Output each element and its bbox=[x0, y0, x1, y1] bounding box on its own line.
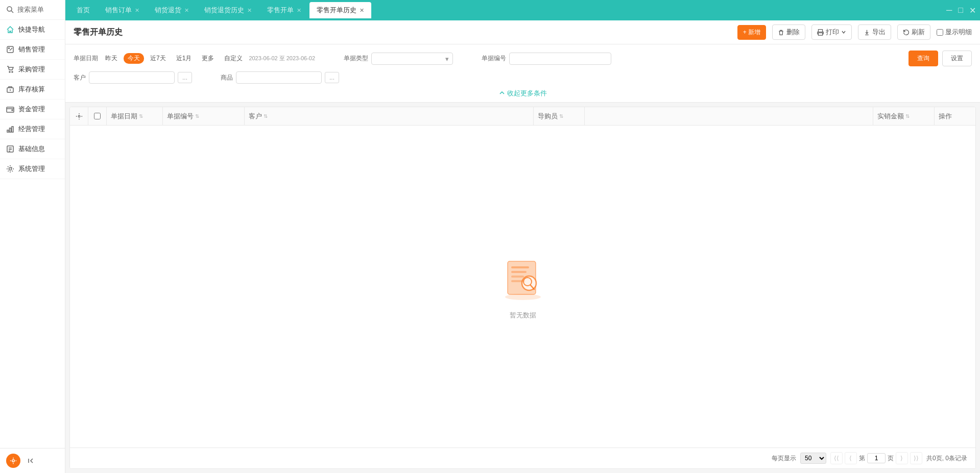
delete-button[interactable]: 删除 bbox=[772, 24, 805, 40]
print-button[interactable]: 打印 bbox=[811, 24, 852, 40]
tab-retail-open-close[interactable]: ✕ bbox=[297, 7, 301, 14]
client-input[interactable] bbox=[89, 71, 175, 84]
tab-sales-return-history[interactable]: 销货退货历史 ✕ bbox=[197, 2, 259, 18]
product-ellipsis-button[interactable]: ... bbox=[325, 72, 339, 83]
maximize-button[interactable]: □ bbox=[958, 6, 963, 15]
number-input[interactable] bbox=[509, 53, 611, 65]
select-all-checkbox[interactable] bbox=[94, 113, 101, 119]
display-detail-checkbox[interactable] bbox=[937, 29, 943, 36]
shopping-icon bbox=[6, 65, 14, 73]
prev-page-button[interactable]: ⟨ bbox=[845, 452, 857, 464]
window-controls: ─ □ ✕ bbox=[946, 6, 976, 15]
th-checkbox[interactable] bbox=[88, 107, 107, 125]
collapse-filter-button[interactable]: 收起更多条件 bbox=[74, 89, 972, 98]
sidebar-item-sales-mgmt[interactable]: 销售管理 bbox=[0, 40, 65, 60]
tab-retail-open[interactable]: 零售开单 ✕ bbox=[260, 2, 308, 18]
filter-panel: 单据日期 昨天 今天 近7天 近1月 更多 自定义 2023-06-02 至 2… bbox=[65, 44, 980, 103]
date-sort-icon: ⇅ bbox=[139, 113, 143, 119]
product-filter: 商品 ... bbox=[221, 71, 339, 84]
th-guide[interactable]: 导购员 ⇅ bbox=[534, 107, 585, 125]
sidebar-item-inventory[interactable]: 库存核算 bbox=[0, 80, 65, 99]
sidebar-collapse-button[interactable] bbox=[25, 454, 39, 468]
per-page-select[interactable]: 50 20 100 bbox=[800, 453, 826, 464]
svg-point-0 bbox=[7, 7, 12, 11]
tab-retail-open-label: 零售开单 bbox=[267, 6, 294, 15]
date-last7days[interactable]: 近7天 bbox=[146, 53, 170, 64]
tab-sales-order[interactable]: 销售订单 ✕ bbox=[98, 2, 147, 18]
tab-sales-return[interactable]: 销货退货 ✕ bbox=[148, 2, 196, 18]
empty-state: 暂无数据 bbox=[70, 126, 975, 447]
svg-line-4 bbox=[10, 48, 12, 51]
tab-retail-open-history[interactable]: 零售开单历史 ✕ bbox=[309, 2, 371, 18]
th-number[interactable]: 单据编号 ⇅ bbox=[163, 107, 245, 125]
sidebar-item-purchase-mgmt[interactable]: 采购管理 bbox=[0, 60, 65, 80]
export-button[interactable]: 导出 bbox=[858, 24, 891, 40]
date-last1month[interactable]: 近1月 bbox=[172, 53, 196, 64]
table-header: 单据日期 ⇅ 单据编号 ⇅ 客户 ⇅ 导购员 ⇅ 实销金额 bbox=[70, 107, 975, 126]
type-select[interactable] bbox=[371, 53, 453, 65]
empty-icon bbox=[497, 254, 548, 305]
query-button[interactable]: 查询 bbox=[909, 51, 938, 66]
sidebar-item-basic-info[interactable]: 基础信息 bbox=[0, 139, 65, 159]
date-yesterday[interactable]: 昨天 bbox=[101, 53, 122, 64]
sidebar-label-basic-info: 基础信息 bbox=[18, 144, 45, 154]
th-date[interactable]: 单据日期 ⇅ bbox=[107, 107, 163, 125]
svg-point-6 bbox=[12, 71, 13, 72]
print-icon bbox=[817, 29, 824, 36]
svg-rect-13 bbox=[12, 127, 13, 132]
type-filter: 单据类型 bbox=[344, 53, 453, 65]
date-custom[interactable]: 自定义 bbox=[220, 53, 247, 64]
client-ellipsis-button[interactable]: ... bbox=[178, 72, 192, 83]
client-sort-icon: ⇅ bbox=[264, 113, 268, 119]
page-nav: ⟨⟨ ⟨ 第 页 ⟩ ⟩⟩ bbox=[830, 452, 922, 464]
box-icon bbox=[6, 85, 14, 93]
number-sort-icon: ⇅ bbox=[195, 113, 199, 119]
print-dropdown-icon bbox=[841, 30, 846, 35]
date-more[interactable]: 更多 bbox=[198, 53, 218, 64]
client-label: 客户 bbox=[74, 73, 86, 82]
number-filter: 单据编号 bbox=[482, 53, 611, 65]
sidebar-label-purchase-mgmt: 采购管理 bbox=[18, 65, 45, 74]
svg-point-19 bbox=[12, 460, 14, 462]
wallet-icon bbox=[6, 105, 14, 113]
page-label-post: 页 bbox=[888, 454, 894, 463]
page-number-input[interactable] bbox=[867, 453, 886, 463]
sidebar-item-quick-nav[interactable]: 快捷导航 bbox=[0, 20, 65, 40]
minimize-button[interactable]: ─ bbox=[946, 6, 952, 15]
sidebar-item-sys-mgmt[interactable]: 系统管理 bbox=[0, 159, 65, 179]
type-select-wrap bbox=[371, 53, 453, 65]
th-spacer bbox=[585, 107, 874, 125]
last-page-button[interactable]: ⟩⟩ bbox=[910, 452, 922, 464]
close-button[interactable]: ✕ bbox=[969, 6, 976, 15]
first-page-button[interactable]: ⟨⟨ bbox=[830, 452, 843, 464]
refresh-icon bbox=[903, 29, 910, 36]
tab-sales-order-close[interactable]: ✕ bbox=[135, 7, 139, 14]
sidebar-label-sys-mgmt: 系统管理 bbox=[18, 164, 45, 173]
sidebar-label-quick-nav: 快捷导航 bbox=[18, 25, 45, 34]
th-settings[interactable] bbox=[70, 107, 88, 125]
tab-sales-return-close[interactable]: ✕ bbox=[184, 7, 189, 14]
th-client[interactable]: 客户 ⇅ bbox=[245, 107, 534, 125]
search-menu-button[interactable]: 搜索菜单 bbox=[0, 0, 65, 20]
product-input[interactable] bbox=[236, 71, 322, 84]
add-button[interactable]: + 新增 bbox=[737, 25, 766, 40]
pagination: 每页显示 50 20 100 ⟨⟨ ⟨ 第 页 ⟩ ⟩⟩ 共0页, 0条记录 bbox=[70, 447, 975, 468]
date-today[interactable]: 今天 bbox=[124, 53, 144, 64]
tab-home-label: 首页 bbox=[77, 6, 90, 15]
refresh-button[interactable]: 刷新 bbox=[897, 24, 930, 40]
date-label: 单据日期 bbox=[74, 54, 98, 63]
tab-home[interactable]: 首页 bbox=[69, 2, 97, 18]
filter-settings-button[interactable]: 设置 bbox=[942, 51, 972, 66]
gear-button[interactable] bbox=[6, 454, 20, 468]
next-page-button[interactable]: ⟩ bbox=[896, 452, 908, 464]
search-icon bbox=[6, 6, 14, 14]
sidebar-item-operations[interactable]: 经营管理 bbox=[0, 119, 65, 139]
th-operation: 操作 bbox=[935, 107, 975, 125]
th-amount[interactable]: 实销金额 ⇅ bbox=[873, 107, 935, 125]
sidebar-item-finance[interactable]: 资金管理 bbox=[0, 99, 65, 119]
tab-sales-return-history-close[interactable]: ✕ bbox=[247, 7, 252, 14]
display-detail-toggle[interactable]: 显示明细 bbox=[937, 28, 972, 37]
tab-retail-open-history-close[interactable]: ✕ bbox=[360, 7, 364, 14]
sidebar-label-inventory: 库存核算 bbox=[18, 85, 45, 94]
tab-sales-return-history-label: 销货退货历史 bbox=[204, 6, 244, 15]
